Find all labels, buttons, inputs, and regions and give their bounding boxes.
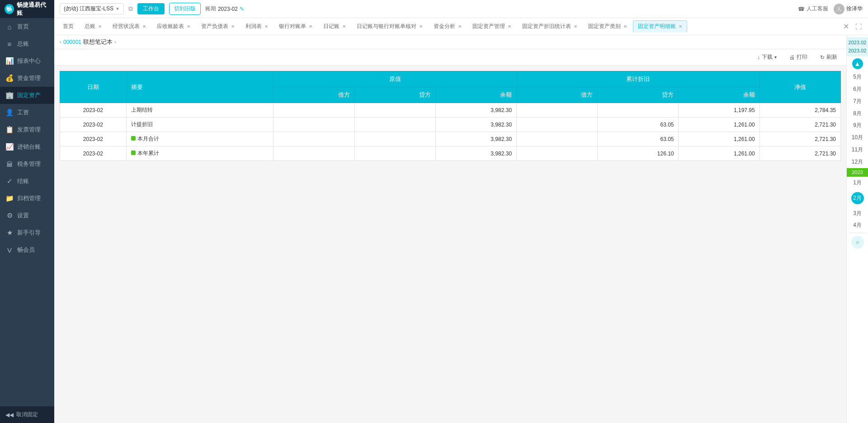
rp-month-8[interactable]: 8月 (847, 108, 868, 120)
tab-fund-analysis[interactable]: 资金分析 ✕ (429, 20, 467, 33)
tab-receivable[interactable]: 应收账龄表 ✕ (152, 20, 195, 33)
rp-bottom-btn[interactable]: ○ (851, 236, 864, 249)
pin-toggle[interactable]: ◀◀ 取消固定 (0, 406, 54, 423)
sidebar-item-sales[interactable]: 📈 进销台账 (0, 138, 54, 155)
pin-label: 取消固定 (16, 411, 38, 418)
th-depr-group: 累计折旧 (517, 71, 760, 87)
th-date: 日期 (60, 71, 127, 103)
sidebar-item-ledger[interactable]: ≡ 总账 (0, 35, 54, 52)
tab-fa-category[interactable]: 固定资产类别 ✕ (583, 20, 632, 33)
rp-month-3[interactable]: 3月 (847, 207, 868, 220)
tab-fa-category-close[interactable]: ✕ (623, 24, 627, 29)
sidebar-item-fixed-assets[interactable]: 🏢 固定资产 (0, 87, 54, 104)
tab-home[interactable]: 首页 (58, 20, 79, 33)
refresh-label: 刷新 (826, 53, 837, 61)
tab-assets-liab[interactable]: 资产负债表 ✕ (196, 20, 240, 33)
tab-bizstatus[interactable]: 经营状况表 ✕ (108, 20, 151, 33)
cell-depr-credit-3: 126.10 (598, 146, 679, 161)
tab-fa-depr[interactable]: 固定资产折旧统计表 ✕ (517, 20, 582, 33)
sidebar-item-settings[interactable]: ⚙ 设置 (0, 207, 54, 224)
tab-fund-analysis-label: 资金分析 (434, 23, 455, 30)
service-icon: ☎ (798, 6, 805, 12)
tab-ledger[interactable]: 总账 ✕ (80, 20, 107, 33)
period-edit-icon[interactable]: ✎ (240, 6, 244, 12)
tab-journal-bank[interactable]: 日记账与银行对账单核对 ✕ (352, 20, 428, 33)
cell-depr-debit-3 (517, 146, 598, 161)
rp-month-4[interactable]: 4月 (847, 219, 868, 231)
tab-journal-close[interactable]: ✕ (342, 24, 346, 29)
cell-date-0: 2023-02 (60, 103, 127, 118)
sidebar-item-funds[interactable]: 💰 资金管理 (0, 70, 54, 87)
th-desc: 摘要 (126, 71, 274, 103)
sidebar-item-invoice[interactable]: 📋 发票管理 (0, 121, 54, 138)
refresh-button[interactable]: ↻ 刷新 (816, 52, 841, 62)
nav-next-icon[interactable]: › (114, 39, 116, 45)
tab-ledger-close[interactable]: ✕ (98, 24, 102, 29)
sidebar-item-home[interactable]: ⌂ 首页 (0, 18, 54, 35)
sidebar-item-member[interactable]: V 畅会员 (0, 241, 54, 258)
tab-receivable-close[interactable]: ✕ (187, 24, 190, 29)
cell-depr-balance-2: 1,261.00 (679, 132, 760, 146)
tab-close-all[interactable]: ✕ (840, 22, 852, 31)
user-menu[interactable]: 人 徐泽华 (834, 4, 863, 14)
tab-journal[interactable]: 日记账 ✕ (318, 20, 351, 33)
period-label: 账期 (205, 5, 216, 13)
asset-breadcrumb[interactable]: 000001 联想笔记本 (63, 38, 113, 46)
cell-orig-balance-3: 3,982.30 (435, 146, 516, 161)
cell-orig-balance-2: 3,982.30 (435, 132, 516, 146)
rp-month-1[interactable]: 1月 (847, 177, 868, 189)
tab-fa-detail-close[interactable]: ✕ (679, 24, 682, 29)
tab-profit-label: 利润表 (245, 23, 262, 30)
tab-fa-depr-close[interactable]: ✕ (574, 24, 577, 29)
tab-fund-analysis-close[interactable]: ✕ (458, 24, 462, 29)
tab-bizstatus-close[interactable]: ✕ (142, 24, 146, 29)
sidebar-item-guide[interactable]: ★ 新手引导 (0, 224, 54, 241)
cell-date-3: 2023-02 (60, 146, 127, 161)
rp-month-10[interactable]: 10月 (847, 132, 868, 144)
sidebar-item-tax[interactable]: 🏛 税务管理 (0, 155, 54, 173)
rp-month-2-active[interactable]: 2月 (851, 192, 864, 204)
tab-maximize[interactable]: ⛶ (853, 23, 864, 30)
download-button[interactable]: ↓ 下载 ▾ (754, 52, 780, 62)
tab-profit[interactable]: 利润表 ✕ (241, 20, 273, 33)
tab-fa-mgmt[interactable]: 固定资产管理 ✕ (467, 20, 516, 33)
cell-desc-0: 上期结转 (126, 103, 274, 118)
rp-month-5[interactable]: 5月 (847, 71, 868, 83)
sidebar-label-fixed-assets: 固定资产 (17, 91, 41, 99)
pin-icon: ◀◀ (5, 412, 14, 418)
sidebar: 畅 畅捷通易代账 ⌂ 首页 ≡ 总账 📊 报表中心 💰 资金管理 🏢 固定资产 … (0, 0, 54, 423)
th-depr-credit: 贷方 (598, 87, 679, 103)
tab-fa-mgmt-close[interactable]: ✕ (508, 24, 511, 29)
sidebar-item-archive[interactable]: 📁 归档管理 (0, 190, 54, 207)
rp-month-11[interactable]: 11月 (847, 144, 868, 156)
tab-bank-stmt-close[interactable]: ✕ (309, 24, 312, 29)
user-avatar: 人 (834, 4, 844, 14)
download-icon: ↓ (757, 54, 760, 61)
cell-date-1: 2023-02 (60, 118, 127, 132)
company-selector[interactable]: (勿动) 江西服宝-LSS ▼ (60, 3, 124, 14)
rp-month-6[interactable]: 6月 (847, 83, 868, 95)
customer-service[interactable]: ☎ 人工客服 (798, 5, 828, 13)
sidebar-item-payroll[interactable]: 👤 工资 (0, 104, 54, 121)
workbench-button[interactable]: 工作台 (137, 3, 165, 14)
tab-profit-close[interactable]: ✕ (264, 24, 268, 29)
tab-receivable-label: 应收账龄表 (157, 23, 184, 30)
tab-fa-detail[interactable]: 固定资产明细账 ✕ (633, 20, 687, 33)
sidebar-item-checkout[interactable]: ✓ 结账 (0, 173, 54, 190)
copy-icon[interactable]: ⧉ (128, 5, 133, 13)
rp-month-12[interactable]: 12月 (847, 156, 868, 168)
cell-depr-debit-0 (517, 103, 598, 118)
rp-scroll-up[interactable]: ▲ (852, 58, 863, 69)
print-button[interactable]: 🖨 打印 (786, 52, 811, 62)
rp-month-7[interactable]: 7月 (847, 95, 868, 108)
tab-assets-liab-close[interactable]: ✕ (231, 24, 235, 29)
asset-name: 联想笔记本 (83, 38, 113, 46)
tab-journal-bank-close[interactable]: ✕ (419, 24, 423, 29)
switch-version-button[interactable]: 切到旧版 (169, 3, 201, 15)
sidebar-item-reports[interactable]: 📊 报表中心 (0, 52, 54, 70)
tab-assets-liab-label: 资产负债表 (201, 23, 228, 30)
nav-prev-icon[interactable]: ‹ (60, 39, 61, 45)
tab-bank-stmt[interactable]: 银行对账单 ✕ (274, 20, 317, 33)
rp-month-9[interactable]: 9月 (847, 119, 868, 132)
row-badge (131, 150, 136, 155)
